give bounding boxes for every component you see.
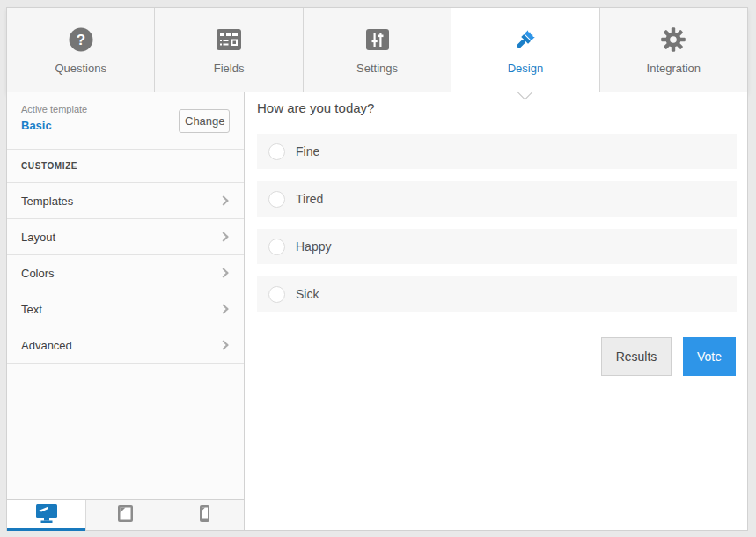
tab-label: Fields	[214, 62, 245, 75]
chevron-right-icon	[218, 304, 228, 313]
poll-option-fine[interactable]: Fine	[257, 134, 737, 169]
tab-label: Integration	[647, 62, 701, 75]
poll-option-label: Tired	[296, 192, 323, 206]
poll-option-happy[interactable]: Happy	[257, 229, 737, 264]
sidebar-item-label: Colors	[21, 267, 55, 280]
sidebar-item-advanced[interactable]: Advanced	[7, 327, 244, 364]
device-phone-button[interactable]	[165, 500, 244, 530]
sidebar-item-templates[interactable]: Templates	[7, 183, 244, 219]
form-fields-icon	[216, 26, 242, 54]
poll-option-sick[interactable]: Sick	[257, 276, 737, 312]
active-template-section: Active template Basic Change	[7, 92, 244, 150]
sidebar-item-label: Advanced	[21, 339, 72, 352]
device-desktop-button[interactable]	[7, 500, 86, 530]
sidebar-item-colors[interactable]: Colors	[7, 255, 244, 291]
radio-button[interactable]	[268, 191, 285, 208]
phone-icon	[199, 504, 210, 526]
tablet-icon	[117, 504, 134, 526]
sliders-icon	[365, 26, 390, 54]
gear-icon	[660, 26, 686, 54]
radio-button[interactable]	[268, 239, 285, 255]
design-sidebar: Active template Basic Change CUSTOMIZE T…	[6, 92, 245, 531]
tab-fields[interactable]: Fields	[155, 8, 303, 92]
chevron-right-icon	[218, 232, 228, 241]
chevron-right-icon	[218, 195, 228, 205]
vote-button[interactable]: Vote	[683, 337, 736, 376]
device-tablet-button[interactable]	[86, 500, 165, 530]
poll-option-label: Sick	[296, 287, 319, 301]
poll-question: How are you today?	[257, 100, 374, 115]
tab-label: Settings	[356, 62, 398, 75]
sidebar-spacer	[7, 364, 244, 499]
desktop-monitor-icon	[35, 504, 58, 527]
tab-label: Design	[508, 62, 543, 75]
tab-integration[interactable]: Integration	[600, 8, 747, 92]
sidebar-item-text[interactable]: Text	[7, 291, 244, 327]
poll-option-label: Fine	[296, 144, 319, 158]
sidebar-item-label: Templates	[21, 195, 73, 208]
customize-section-header: CUSTOMIZE	[7, 150, 244, 183]
sidebar-item-label: Layout	[21, 231, 55, 244]
active-device-underline	[7, 528, 85, 531]
svg-text:?: ?	[77, 32, 85, 48]
change-template-button[interactable]: Change	[179, 109, 230, 133]
chevron-right-icon	[218, 268, 228, 277]
tab-design[interactable]: Design	[451, 8, 599, 92]
sidebar-item-label: Text	[21, 303, 42, 316]
radio-button[interactable]	[268, 143, 285, 160]
top-tab-bar: ? Questions Fields	[6, 7, 748, 92]
paintbrush-icon	[511, 26, 539, 54]
poll-option-label: Happy	[296, 239, 331, 254]
sidebar-item-layout[interactable]: Layout	[7, 219, 244, 255]
poll-preview-area: How are you today? Fine Tired Happy Sick…	[245, 92, 748, 531]
radio-button[interactable]	[268, 286, 285, 303]
tab-questions[interactable]: ? Questions	[7, 8, 155, 92]
chevron-right-icon	[218, 340, 228, 349]
tab-label: Questions	[55, 62, 106, 75]
poll-option-tired[interactable]: Tired	[257, 181, 737, 217]
poll-builder-page: { "tabs": [ { "label": "Questions", "ico…	[0, 0, 756, 537]
device-preview-bar	[7, 499, 244, 530]
results-button[interactable]: Results	[601, 337, 672, 376]
question-circle-icon: ?	[68, 26, 94, 54]
tab-settings[interactable]: Settings	[304, 8, 451, 92]
